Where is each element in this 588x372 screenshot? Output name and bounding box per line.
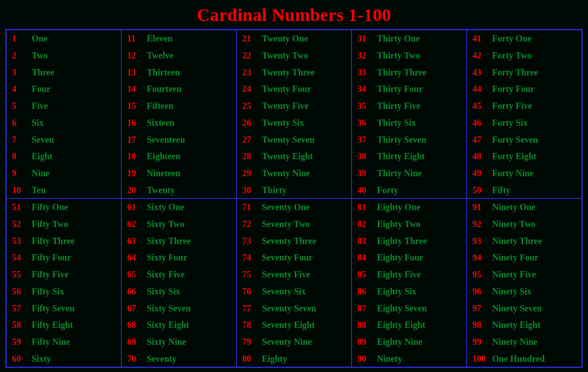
number-word: Sixty Seven [147,304,190,313]
number-word: Four [32,84,50,93]
number-word: Ninety Eight [492,320,540,329]
number-row: 8Eight [12,152,117,161]
number-word: Fifty Two [32,219,68,228]
number-row: 95Ninety Five [472,270,578,279]
number-word: Twenty One [262,34,308,43]
number-row: 53Fifty Three [12,236,117,245]
number-row: 82Eighty Two [357,219,463,228]
number-digit: 34 [357,84,377,93]
number-word: Forty One [492,34,531,43]
number-row: 17Seventeen [127,135,232,144]
number-digit: 77 [242,304,262,313]
number-digit: 83 [357,236,377,245]
number-digit: 68 [127,320,147,329]
number-word: Sixty Two [147,219,184,228]
number-digit: 53 [12,236,32,245]
number-row: 96Ninety Six [472,287,578,296]
number-digit: 8 [12,152,32,161]
number-word: Ninety Five [492,270,536,279]
number-word: Seventy [147,354,177,363]
number-row: 16Sixteen [127,118,232,127]
number-word: Eighty Four [377,253,423,262]
number-row: 70Seventy [127,354,232,363]
number-word: Thirty Six [377,118,416,127]
number-row: 80Eighty [242,354,348,363]
number-digit: 97 [472,304,492,313]
number-digit: 33 [357,68,377,77]
number-row: 50Fifty [472,186,578,194]
number-digit: 85 [357,270,377,279]
number-word: Thirty [262,186,287,194]
number-word: Fifty Eight [32,320,73,329]
number-word: Ninety One [492,203,535,211]
number-row: 84Eighty Four [357,253,463,262]
number-row: 59Fifty Nine [12,337,117,346]
number-row: 78Seventy Eight [242,320,348,329]
number-row: 74Seventy Four [242,253,348,262]
number-digit: 67 [127,304,147,313]
number-word: Fifty Four [32,253,71,262]
number-row: 69Sixty Nine [127,337,232,346]
number-row: 35Thirty Five [357,101,463,110]
number-digit: 73 [242,236,262,245]
number-row: 22Twenty Two [242,51,348,60]
number-row: 51Fifty One [12,203,117,211]
number-word: Thirty Four [377,84,423,93]
number-row: 13Thirteen [127,68,232,77]
number-row: 64Sixty Four [127,253,232,262]
number-digit: 39 [357,169,377,178]
number-word: Sixty Five [147,270,185,279]
number-digit: 41 [472,34,492,43]
number-digit: 86 [357,287,377,296]
number-digit: 70 [127,354,147,363]
number-word: Ninety Six [492,287,531,296]
number-row: 94Ninety Four [472,253,578,262]
number-row: 48Forty Eight [472,152,578,161]
number-word: Seventy Seven [262,304,316,313]
number-digit: 16 [127,118,147,127]
number-row: 11Eleven [127,34,232,43]
number-digit: 18 [127,152,147,161]
number-digit: 88 [357,320,377,329]
number-digit: 5 [12,101,32,110]
number-word: Ninety Seven [492,304,542,313]
number-row: 77Seventy Seven [242,304,348,313]
number-word: Ninety Two [492,219,536,228]
number-row: 25Twenty Five [242,101,348,110]
number-digit: 43 [472,68,492,77]
number-word: Ninety Four [492,253,538,262]
number-row: 44Forty Four [472,84,578,93]
number-word: Fifteen [147,101,174,110]
number-word: Twenty Nine [262,169,310,178]
number-row: 38Thirty Eight [357,152,463,161]
number-digit: 92 [472,219,492,228]
number-word: Seventy Four [262,253,313,262]
number-digit: 11 [127,34,147,43]
number-row: 10Ten [12,186,117,194]
number-row: 21Twenty One [242,34,348,43]
grid-cell: 81Eighty One82Eighty Two83Eighty Three84… [352,198,467,367]
number-digit: 75 [242,270,262,279]
number-row: 4Four [12,84,117,93]
number-word: Eighty Three [377,236,427,245]
number-row: 1One [12,34,117,43]
number-word: Sixty Three [147,236,191,245]
number-word: Nineteen [147,169,181,178]
number-word: Forty Eight [492,152,536,161]
number-word: Forty Six [492,118,527,127]
number-digit: 58 [12,320,32,329]
number-row: 15Fifteen [127,101,232,110]
number-digit: 6 [12,118,32,127]
number-digit: 61 [127,203,147,211]
grid-cell: 61Sixty One62Sixty Two63Sixty Three64Six… [121,198,236,367]
number-row: 63Sixty Three [127,236,232,245]
number-row: 39Thirty Nine [357,169,463,178]
number-row: 67Sixty Seven [127,304,232,313]
number-row: 81Eighty One [357,203,463,211]
number-row: 32Thirty Two [357,51,463,60]
number-row: 89Eighty Nine [357,337,463,346]
number-digit: 74 [242,253,262,262]
number-digit: 45 [472,101,492,110]
number-digit: 57 [12,304,32,313]
number-digit: 10 [12,186,32,194]
